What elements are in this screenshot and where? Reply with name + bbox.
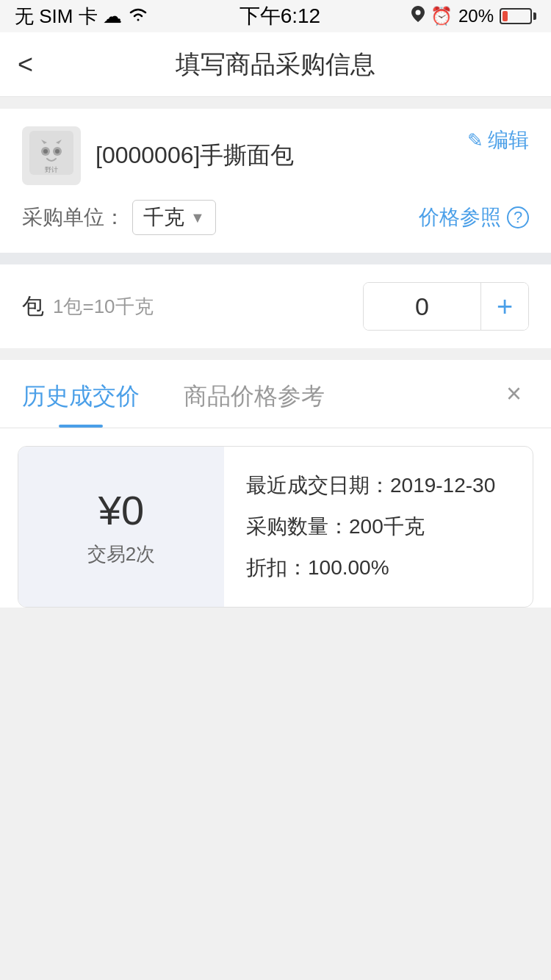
product-info-left: 野计 [0000006]手撕面包 <box>22 126 294 185</box>
quantity-display[interactable]: 0 <box>364 283 481 330</box>
edit-button[interactable]: ✎ 编辑 <box>467 126 529 154</box>
trade-discount-value: 100.00% <box>308 556 389 579</box>
trade-right-panel: 最近成交日期：2019-12-30 采购数量：200千克 折扣：100.00% <box>224 447 533 607</box>
trade-date-value: 2019-12-30 <box>390 474 495 497</box>
edit-label: 编辑 <box>488 126 529 154</box>
tabs-list: 历史成交价 商品价格参考 <box>22 360 325 428</box>
unit-label: 采购单位： <box>22 203 125 231</box>
unit-dropdown-arrow: ▼ <box>190 209 205 226</box>
trade-price: ¥0 <box>98 486 144 534</box>
trade-date-label: 最近成交日期： <box>246 474 390 497</box>
status-right: ⏰ 20% <box>411 6 536 26</box>
svg-point-5 <box>55 149 60 154</box>
quantity-conversion: 1包=10千克 <box>53 294 154 320</box>
product-unit-row: 采购单位： 千克 ▼ 价格参照 ? <box>22 200 529 235</box>
quantity-row: 包 1包=10千克 0 + <box>0 264 551 348</box>
section-divider <box>0 253 551 264</box>
trade-price-yen: ¥ <box>98 487 121 533</box>
price-ref-label: 价格参照 <box>419 203 501 231</box>
trade-quantity-label: 采购数量： <box>246 515 349 538</box>
clock-icon: ⏰ <box>431 6 453 26</box>
trade-price-num: 0 <box>121 487 144 533</box>
tabs-header: 历史成交价 商品价格参考 × <box>0 360 551 428</box>
status-left: 无 SIM 卡 ☁ <box>15 4 148 29</box>
wifi-icon <box>128 5 148 28</box>
trade-detail-date: 最近成交日期：2019-12-30 <box>246 470 511 501</box>
product-header: 野计 [0000006]手撕面包 ✎ 编辑 <box>22 126 529 185</box>
trade-left-panel: ¥0 交易2次 <box>18 447 224 607</box>
quantity-left: 包 1包=10千克 <box>22 292 154 322</box>
edit-icon: ✎ <box>467 129 483 152</box>
trade-detail-discount: 折扣：100.00% <box>246 552 511 583</box>
main-content: 历史成交价 商品价格参考 × ¥0 交易2次 最近成交日期：2019-12-30 <box>0 360 551 801</box>
trade-card: ¥0 交易2次 最近成交日期：2019-12-30 采购数量：200千克 折扣：… <box>18 446 533 608</box>
status-bar: 无 SIM 卡 ☁ 下午6:12 ⏰ 20% <box>0 0 551 32</box>
price-ref-icon: ? <box>507 206 529 228</box>
product-card: 野计 [0000006]手撕面包 ✎ 编辑 采购单位： 千克 ▼ 价格参照 ? <box>0 109 551 253</box>
tab-price-ref[interactable]: 商品价格参考 <box>184 360 325 428</box>
tabs-container: 历史成交价 商品价格参考 × ¥0 交易2次 最近成交日期：2019-12-30 <box>0 360 551 608</box>
price-ref-button[interactable]: 价格参照 ? <box>419 203 529 231</box>
trade-quantity-value: 200千克 <box>349 515 425 538</box>
svg-point-0 <box>415 10 420 15</box>
back-button[interactable]: < <box>18 49 33 80</box>
unit-select[interactable]: 千克 ▼ <box>132 200 216 235</box>
quantity-unit: 包 <box>22 292 44 322</box>
svg-point-4 <box>43 149 48 154</box>
battery-percent: 20% <box>458 6 494 26</box>
tab-history-price-label: 历史成交价 <box>22 383 140 409</box>
status-time: 下午6:12 <box>240 2 321 30</box>
quantity-plus-button[interactable]: + <box>481 283 528 330</box>
page-title: 填写商品采购信息 <box>176 48 375 82</box>
product-name: [0000006]手撕面包 <box>96 140 294 172</box>
trade-detail-quantity: 采购数量：200千克 <box>246 511 511 542</box>
nav-bar: < 填写商品采购信息 <box>0 32 551 97</box>
tabs-close-button[interactable]: × <box>499 371 529 417</box>
trade-discount-label: 折扣： <box>246 556 308 579</box>
trade-count: 交易2次 <box>87 541 155 567</box>
battery-icon <box>500 8 536 24</box>
sim-status: 无 SIM 卡 ☁ <box>15 4 122 29</box>
product-thumbnail-icon: 野计 <box>29 131 73 181</box>
tab-price-ref-label: 商品价格参考 <box>184 383 325 409</box>
quantity-input-group: 0 + <box>363 282 529 331</box>
tab-history-price[interactable]: 历史成交价 <box>22 360 140 428</box>
product-thumbnail: 野计 <box>22 126 81 185</box>
svg-text:野计: 野计 <box>45 166 58 173</box>
unit-value: 千克 <box>143 203 184 231</box>
location-icon <box>411 6 425 26</box>
